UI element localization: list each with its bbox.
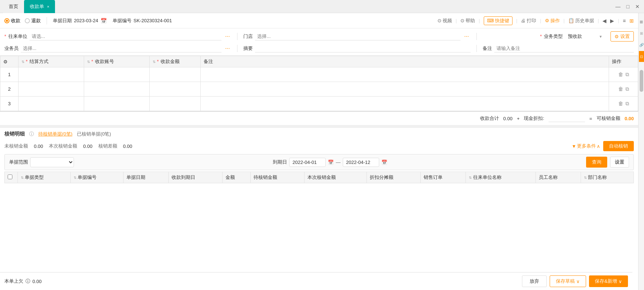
right-icon-1[interactable]: ▦: [639, 16, 644, 27]
history-action[interactable]: 📋 历史单据: [568, 17, 594, 24]
operation-action[interactable]: ⚙ 操作: [545, 17, 560, 24]
staff-label: 业务员: [4, 45, 19, 52]
prev-balance-label: 本单上欠: [4, 278, 23, 285]
row-3-copy-icon[interactable]: ⧉: [625, 101, 629, 107]
range-label: 单据范围: [9, 159, 28, 165]
shortcut-btn[interactable]: ⌨ 快捷键: [484, 16, 513, 25]
row-2-copy-icon[interactable]: ⧉: [625, 86, 629, 92]
right-icon-4-active[interactable]: ⊡: [639, 51, 644, 62]
bottom-table: ⇅ 单据类型 ⇅ 单据编号 单据日期 收款到期日: [4, 172, 634, 183]
row-1-copy-icon[interactable]: ⧉: [625, 71, 629, 78]
info-icon[interactable]: ⓘ: [29, 131, 34, 137]
duedate-to-calendar-icon[interactable]: 📅: [381, 160, 387, 165]
row-2-amount[interactable]: [150, 82, 201, 97]
summary-input[interactable]: [255, 44, 470, 52]
store-label: 门店: [243, 33, 253, 40]
row-3-remark[interactable]: [201, 97, 609, 111]
data-table-area: ⚙ ⇅ * 结算方式 ⇅ * 收款账号 ⇅: [0, 56, 638, 111]
counterparty-field: * 往来单位 ···: [4, 32, 231, 40]
row-1-account[interactable]: [84, 67, 150, 82]
row-3-amount[interactable]: [150, 97, 201, 111]
row-3-account[interactable]: [84, 97, 150, 111]
th-current-amount: 本次核销金额: [304, 172, 366, 183]
auto-verify-btn[interactable]: 自动核销: [603, 141, 634, 151]
row-1-amount[interactable]: [150, 67, 201, 82]
unverified-value: 0.00: [34, 144, 43, 149]
keyboard-icon: ⌨: [487, 18, 494, 23]
help-action[interactable]: ⊙ 帮助: [460, 17, 475, 24]
right-icon-2[interactable]: ⊞: [639, 28, 644, 39]
done-tab[interactable]: 已核销单据(0笔): [77, 131, 111, 137]
row-1-action: 🗑 ⧉: [609, 67, 638, 82]
store-input[interactable]: [255, 32, 460, 40]
duedate-field: 到期日 📅 — 📅: [273, 158, 387, 167]
table-gear-icon[interactable]: ⚙: [3, 59, 8, 64]
print-action[interactable]: 🖨 打印: [521, 17, 536, 24]
row-2-delete-icon[interactable]: 🗑: [618, 86, 623, 92]
duedate-from-input[interactable]: [289, 158, 326, 167]
more-conditions-btn[interactable]: ▼ 更多条件 ∧: [572, 143, 600, 149]
radio-receipt[interactable]: 收款: [4, 17, 20, 24]
duedate-from-calendar-icon[interactable]: 📅: [328, 160, 334, 165]
tab-active[interactable]: 收款单 ×: [24, 0, 55, 13]
right-icon-3[interactable]: 🔗: [639, 39, 644, 50]
tab-home[interactable]: 首页: [3, 0, 24, 13]
sep-3: [237, 45, 237, 52]
section-divider: [0, 125, 638, 128]
store-more-btn[interactable]: ···: [463, 33, 470, 40]
range-select[interactable]: [30, 157, 74, 167]
settings-btn[interactable]: ⚙ 设置: [610, 31, 634, 42]
row-1-delete-icon[interactable]: 🗑: [618, 71, 623, 78]
sep-4: [476, 45, 477, 52]
select-all-checkbox[interactable]: [8, 175, 12, 179]
th-pending-amount: 待核销金额: [251, 172, 305, 183]
tab-close-icon[interactable]: ×: [47, 4, 49, 9]
abandon-btn[interactable]: 放弃: [522, 275, 547, 287]
minimize-btn[interactable]: —: [614, 3, 622, 10]
radio-refund[interactable]: 退款: [25, 17, 41, 24]
id-value: SK-20230324-001: [134, 18, 172, 23]
maximize-btn[interactable]: □: [625, 3, 631, 10]
close-btn[interactable]: ✕: [634, 3, 641, 10]
row-2-method[interactable]: [19, 82, 84, 97]
remarks-input[interactable]: [494, 44, 634, 52]
prev-balance-info-icon[interactable]: ⓘ: [25, 278, 30, 285]
save-new-chevron-icon: ∨: [619, 279, 622, 284]
scroll-thumb[interactable]: [640, 70, 643, 92]
section-title: 核销明细: [4, 131, 25, 137]
id-label: 单据编号: [113, 17, 131, 24]
save-draft-btn[interactable]: 保存草稿 ∨: [550, 275, 586, 287]
counterparty-more-btn[interactable]: ···: [224, 33, 231, 40]
row-1-method[interactable]: [19, 67, 84, 82]
counterparty-input[interactable]: [30, 32, 221, 40]
next-icon[interactable]: ▶: [610, 18, 614, 24]
grid-icon[interactable]: ⊞: [629, 18, 634, 24]
video-action[interactable]: ⊙ 视频: [437, 17, 452, 24]
save-draft-chevron-icon: ∨: [576, 279, 580, 284]
summary-label: 摘要: [243, 45, 253, 52]
row-3-no: 3: [0, 97, 19, 111]
toolbar-right: ⊙ 视频 | ⊙ 帮助 | ⌨ 快捷键 | 🖨 打印 |: [437, 16, 634, 25]
business-type-dropdown-icon[interactable]: ▼: [599, 35, 602, 39]
prev-icon[interactable]: ◀: [602, 18, 606, 24]
row-2-account[interactable]: [84, 82, 150, 97]
list-icon[interactable]: ≡: [623, 18, 626, 24]
row-3-delete-icon[interactable]: 🗑: [618, 101, 623, 107]
row-2-remark[interactable]: [201, 82, 609, 97]
staff-input[interactable]: [21, 44, 221, 52]
row-1-remark[interactable]: [201, 67, 609, 82]
query-btn[interactable]: 查询: [586, 157, 607, 168]
main-data-table: ⚙ ⇅ * 结算方式 ⇅ * 收款账号 ⇅: [0, 56, 638, 111]
save-new-btn[interactable]: 保存&新增 ∨: [589, 275, 628, 287]
staff-more-btn[interactable]: ···: [224, 45, 231, 52]
pending-tab[interactable]: 待核销单据(0笔): [38, 131, 72, 137]
plus-sign: +: [517, 116, 520, 121]
row-1-no: 1: [0, 67, 19, 82]
duedate-to-input[interactable]: [343, 158, 379, 167]
row-3-method[interactable]: [19, 97, 84, 111]
settings-small-btn[interactable]: 设置: [610, 157, 629, 168]
settings-icon: ⚙: [614, 34, 619, 39]
operation-icon: ⚙: [545, 18, 549, 23]
date-calendar-icon[interactable]: 📅: [101, 18, 107, 24]
discount-input[interactable]: [549, 115, 585, 122]
